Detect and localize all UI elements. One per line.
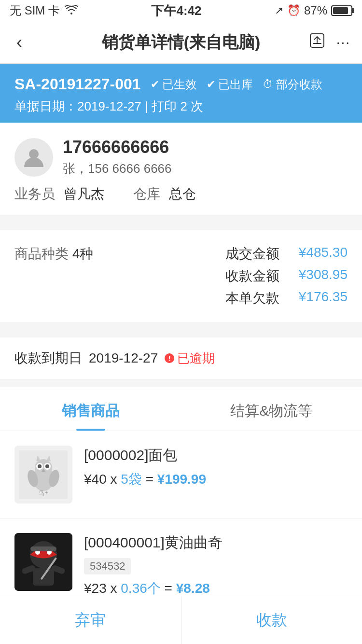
price-multiplier-2: x [111, 581, 121, 596]
deal-amount-row: 成交金额 ¥485.30 [225, 245, 348, 263]
tab-settlement[interactable]: 结算&物流等 [181, 387, 362, 431]
product-info-2: [000400001]黄油曲奇 534532 ¥23 x 0.36个 = ¥8.… [84, 533, 348, 598]
sales-rep-value: 曾凡杰 [64, 186, 104, 201]
status-badge-partial: ⏱ 部分收款 [263, 77, 322, 92]
status-time: 下午4:42 [151, 2, 201, 19]
svg-point-8 [45, 464, 49, 468]
status-bar: 无 SIM 卡 下午4:42 ↗ ⏰ 87% [0, 0, 362, 21]
sales-rep: 业务员 曾凡杰 [14, 185, 104, 203]
price-eq-1: = [146, 472, 157, 487]
price-total-1: ¥199.99 [157, 472, 206, 487]
status-carrier: 无 SIM 卡 [10, 3, 78, 18]
overdue-text: 已逾期 [177, 350, 215, 367]
warehouse-value: 总仓 [169, 186, 196, 201]
svg-point-7 [38, 464, 42, 468]
received-amount-value: ¥308.95 [299, 267, 348, 285]
customer-meta: 业务员 曾凡杰 仓库 总仓 [14, 185, 348, 203]
location-icon: ↗ [275, 4, 283, 17]
overdue-icon: ! [165, 353, 174, 363]
bottom-bar: 弃审 收款 [0, 596, 362, 644]
overdue-badge: ! 已逾期 [165, 350, 215, 367]
alarm-icon: ⏰ [287, 4, 300, 17]
nav-bar: ‹ 销货单详情(来自电脑) ··· [0, 21, 362, 64]
price-eq-2: = [165, 581, 176, 596]
check-icon-1: ✔ [151, 78, 159, 91]
received-amount-label: 收款金额 [225, 267, 279, 285]
battery-text: 87% [304, 4, 327, 17]
product-price-1: ¥40 x 5袋 = ¥199.99 [84, 470, 348, 489]
warehouse: 仓库 总仓 [133, 185, 196, 203]
order-header-banner: SA-20191227-001 ✔ 已生效 ✔ 已出库 ⏱ 部分收款 单据日期：… [0, 64, 362, 123]
customer-card: 17666666666 张，156 6666 6666 业务员 曾凡杰 仓库 总… [0, 123, 362, 215]
divider-1 [0, 223, 362, 230]
customer-row: 17666666666 张，156 6666 6666 [14, 137, 348, 177]
product-info-1: [0000002]面包 ¥40 x 5袋 = ¥199.99 [84, 446, 348, 489]
received-amount-row: 收款金额 ¥308.95 [225, 267, 348, 285]
owl-image: 鸟+ [14, 446, 72, 504]
check-icon-2: ✔ [207, 78, 215, 91]
product-thumb-1: 鸟+ [14, 446, 72, 504]
nav-actions: ··· [309, 32, 350, 53]
customer-name: 张，156 6666 6666 [63, 160, 172, 177]
deal-amount-label: 成交金额 [225, 245, 279, 263]
stats-card: 商品种类 4种 成交金额 ¥485.30 收款金额 ¥308.95 本单欠款 ¥… [0, 230, 362, 322]
product-types: 商品种类 4种 [14, 245, 93, 263]
product-item-1: 鸟+ [0000002]面包 ¥40 x 5袋 = ¥199.99 [0, 431, 362, 518]
product-list: 鸟+ [0000002]面包 ¥40 x 5袋 = ¥199.99 [0, 431, 362, 613]
avatar [14, 138, 53, 177]
price-qty-2: 0.36个 [121, 581, 161, 596]
customer-phone: 17666666666 [63, 137, 172, 157]
divider-2 [0, 330, 362, 337]
financial-stats: 成交金额 ¥485.30 收款金额 ¥308.95 本单欠款 ¥176.35 [225, 245, 348, 308]
price-multiplier-1: x [111, 472, 121, 487]
carrier-text: 无 SIM 卡 [10, 3, 60, 18]
tab-products[interactable]: 销售商品 [0, 387, 181, 431]
product-thumb-2 [14, 533, 72, 591]
product-name-1: [0000002]面包 [84, 446, 348, 465]
sales-rep-label: 业务员 [14, 186, 55, 201]
product-sku-2: 534532 [84, 558, 131, 574]
order-date: 单据日期：2019-12-27 | 打印 2 次 [14, 98, 348, 115]
owed-amount-value: ¥176.35 [299, 289, 348, 308]
due-date-label: 收款到期日 [14, 349, 82, 367]
price-qty-1: 5袋 [121, 472, 142, 487]
wifi-icon [65, 4, 78, 17]
back-button[interactable]: ‹ [12, 28, 27, 57]
product-name-2: [000400001]黄油曲奇 [84, 533, 348, 553]
more-icon[interactable]: ··· [336, 35, 350, 50]
order-id-row: SA-20191227-001 ✔ 已生效 ✔ 已出库 ⏱ 部分收款 [14, 75, 348, 93]
customer-info-block: 17666666666 张，156 6666 6666 [63, 137, 172, 177]
status-icons: ↗ ⏰ 87% [275, 4, 352, 17]
collect-button[interactable]: 收款 [181, 596, 362, 644]
product-price-2: ¥23 x 0.36个 = ¥8.28 [84, 579, 348, 598]
product-types-label: 商品种类 [14, 246, 69, 261]
due-date-row: 收款到期日 2019-12-27 ! 已逾期 [0, 337, 362, 379]
price-value-2: ¥23 [84, 581, 107, 596]
owed-amount-row: 本单欠款 ¥176.35 [225, 289, 348, 308]
product-types-value: 4种 [72, 246, 94, 261]
due-date-value: 2019-12-27 [89, 350, 158, 366]
page-title: 销货单详情(来自电脑) [102, 31, 261, 54]
order-id-text: SA-20191227-001 [14, 75, 141, 93]
clock-icon: ⏱ [263, 78, 273, 91]
battery-icon [331, 5, 352, 16]
ninja-image [14, 533, 72, 591]
svg-rect-19 [30, 546, 56, 551]
status-badge-active: ✔ 已生效 [151, 77, 197, 92]
reject-button[interactable]: 弃审 [0, 596, 181, 644]
svg-text:鸟+: 鸟+ [39, 490, 48, 496]
divider-3 [0, 379, 362, 387]
share-icon[interactable] [309, 32, 325, 53]
price-total-2: ¥8.28 [176, 581, 210, 596]
tab-bar: 销售商品 结算&物流等 [0, 387, 362, 431]
deal-amount-value: ¥485.30 [299, 245, 348, 263]
warehouse-label: 仓库 [133, 186, 160, 201]
owed-amount-label: 本单欠款 [225, 289, 279, 308]
status-badge-dispatched: ✔ 已出库 [207, 77, 253, 92]
price-value-1: ¥40 [84, 472, 107, 487]
